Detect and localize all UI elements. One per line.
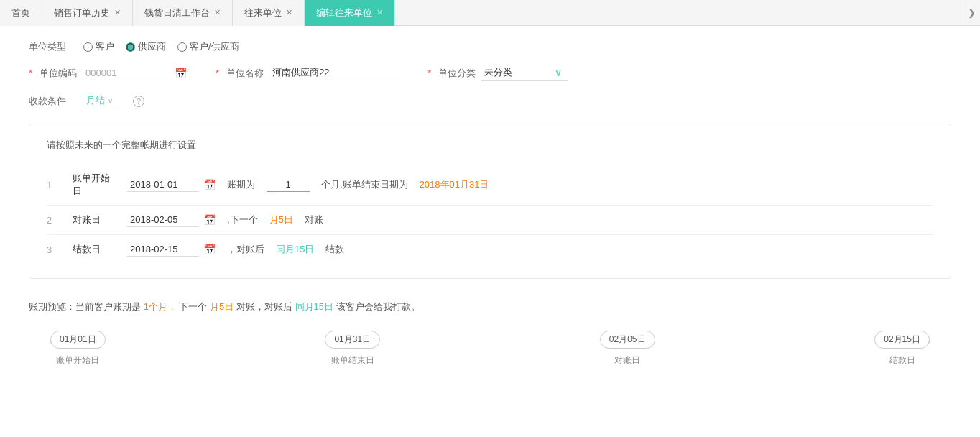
timeline-item-3: 02月05日 对账日 [600, 331, 655, 367]
timeline-date-4: 02月15日 [874, 331, 930, 349]
tab-partner[interactable]: 往来单位 ✕ [233, 0, 305, 26]
row-field-1: 账单开始日 [73, 172, 116, 198]
start-date-input[interactable] [127, 178, 199, 192]
row-2-highlight: 月5日 [269, 213, 293, 226]
payment-help-icon[interactable]: ? [133, 96, 144, 107]
row-1-desc-prefix: 账期为 [227, 178, 255, 191]
timeline-label-2: 账单结束日 [331, 354, 374, 367]
row-num-3: 3 [47, 244, 61, 255]
name-required-star: * [216, 68, 219, 78]
tab-sales-history-close[interactable]: ✕ [114, 8, 121, 17]
preview-payment-highlight: 同月15日 [295, 301, 333, 312]
tab-bar: 首页 销售订单历史 ✕ 钱货日清工作台 ✕ 往来单位 ✕ 编辑往来单位 ✕ ❯ [0, 0, 980, 26]
row-2-suffix: 对账 [305, 213, 323, 226]
tab-partner-close[interactable]: ✕ [286, 8, 292, 17]
code-name-class-row: * 单位编码 📅 * 单位名称 * 单位分类 未分类 ∨ [29, 65, 951, 81]
preview-reconcile-highlight: 月5日 [210, 301, 234, 312]
tab-edit-partner-close[interactable]: ✕ [376, 8, 383, 17]
start-date-calendar-icon[interactable]: 📅 [203, 179, 216, 190]
row-3-highlight: 同月15日 [276, 243, 314, 256]
tab-sales-history-label: 销售订单历史 [54, 6, 110, 19]
setting-row-3: 3 结款日 📅 ，对账后 同月15日 结款 [47, 235, 933, 264]
radio-customer-label: 客户 [96, 40, 114, 53]
preview-text: 账期预览：当前客户账期是 1个月， 下一个 月5日 对账，对账后 同月15日 该… [29, 300, 951, 313]
row-3-desc-prefix: ，对账后 [227, 243, 264, 256]
radio-customer-input[interactable] [83, 42, 93, 52]
radio-both-input[interactable] [177, 42, 187, 52]
timeline-label-3: 对账日 [614, 354, 640, 367]
setting-row-1: 1 账单开始日 📅 账期为 个月,账单结束日期为 2018年01月31日 [47, 165, 933, 206]
row-num-2: 2 [47, 215, 61, 226]
tab-home[interactable]: 首页 [0, 0, 42, 26]
tab-cash-work-close[interactable]: ✕ [214, 8, 221, 17]
payment-date-calendar-icon[interactable]: 📅 [203, 244, 216, 255]
class-required-star: * [427, 68, 431, 78]
code-input[interactable] [83, 66, 169, 80]
class-chevron-icon: ∨ [555, 67, 562, 78]
preview-reconcile-suffix: 对账，对账后 [236, 301, 292, 312]
timeline-container: 01月01日 账单开始日 01月31日 账单结束日 02月05日 对账日 02月… [29, 331, 951, 395]
payment-select-value: 月结 [86, 94, 105, 107]
timeline-items: 01月01日 账单开始日 01月31日 账单结束日 02月05日 对账日 02月… [50, 331, 930, 367]
row-field-3: 结款日 [73, 243, 116, 256]
tab-cash-work-label: 钱货日清工作台 [144, 6, 210, 19]
tab-edit-partner-label: 编辑往来单位 [316, 6, 372, 19]
payment-label: 收款条件 [29, 95, 66, 108]
row-num-1: 1 [47, 180, 61, 190]
radio-both-label: 客户/供应商 [190, 40, 239, 53]
row-2-desc-prefix: ,下一个 [227, 213, 258, 226]
radio-both[interactable]: 客户/供应商 [177, 40, 239, 53]
payment-date-input[interactable] [127, 242, 199, 257]
tab-cash-work[interactable]: 钱货日清工作台 ✕ [133, 0, 233, 26]
period-input[interactable] [267, 178, 310, 192]
payment-row: 收款条件 月结 ∨ ? [29, 93, 951, 109]
preview-reconcile-prefix: 下一个 [179, 301, 207, 312]
timeline-item-2: 01月31日 账单结束日 [325, 331, 380, 367]
date-input-wrap-2: 📅 [127, 213, 216, 227]
timeline-label-1: 账单开始日 [56, 354, 99, 367]
class-select[interactable]: 未分类 ∨ [481, 65, 568, 81]
card-hint: 请按照未来的一个完整帐期进行设置 [47, 139, 933, 152]
timeline-date-1: 01月01日 [50, 331, 106, 349]
radio-supplier-input[interactable] [126, 42, 135, 52]
timeline-label-4: 结款日 [889, 354, 915, 367]
timeline-item-4: 02月15日 结款日 [874, 331, 930, 367]
setting-row-2: 2 对账日 📅 ,下一个 月5日 对账 [47, 206, 933, 235]
timeline-item-1: 01月01日 账单开始日 [50, 331, 106, 367]
code-required-star: * [29, 68, 32, 78]
radio-supplier[interactable]: 供应商 [126, 40, 166, 53]
class-label: 单位分类 [438, 67, 476, 80]
radio-customer[interactable]: 客户 [83, 40, 114, 53]
tab-edit-partner[interactable]: 编辑往来单位 ✕ [305, 0, 395, 26]
date-input-wrap-3: 📅 [127, 242, 216, 257]
date-input-wrap-1: 📅 [127, 178, 216, 192]
row-1-desc-suffix1: 个月,账单结束日期为 [321, 178, 408, 191]
code-calendar-icon[interactable]: 📅 [175, 68, 187, 79]
unit-type-label: 单位类型 [29, 40, 66, 53]
settings-card: 请按照未来的一个完整帐期进行设置 1 账单开始日 📅 账期为 个月,账单结束日期… [29, 124, 951, 279]
payment-chevron-icon: ∨ [108, 97, 113, 105]
payment-select[interactable]: 月结 ∨ [83, 93, 116, 109]
tab-more-button[interactable]: ❯ [963, 0, 980, 26]
radio-supplier-label: 供应商 [138, 40, 166, 53]
reconcile-date-input[interactable] [127, 213, 199, 227]
code-group: * 单位编码 📅 [29, 66, 187, 80]
class-select-value: 未分类 [484, 66, 549, 79]
tab-home-label: 首页 [11, 6, 30, 19]
name-group: * 单位名称 [216, 66, 399, 80]
unit-type-row: 单位类型 客户 供应商 客户/供应商 [29, 40, 951, 53]
name-label: 单位名称 [226, 67, 264, 80]
unit-type-radio-group: 客户 供应商 客户/供应商 [83, 40, 239, 53]
name-input[interactable] [269, 66, 399, 80]
tab-partner-label: 往来单位 [244, 6, 282, 19]
timeline-date-2: 01月31日 [325, 331, 380, 349]
main-content: 单位类型 客户 供应商 客户/供应商 * 单位编码 📅 * [0, 26, 980, 437]
tab-sales-history[interactable]: 销售订单历史 ✕ [42, 0, 133, 26]
preview-section: 账期预览：当前客户账期是 1个月， 下一个 月5日 对账，对账后 同月15日 该… [29, 290, 951, 395]
preview-label: 账期预览：当前客户账期是 [29, 301, 141, 312]
row-field-2: 对账日 [73, 213, 116, 226]
preview-period: 1个月， [144, 301, 177, 312]
class-group: * 单位分类 未分类 ∨ [427, 65, 568, 81]
row-1-end-date: 2018年01月31日 [420, 178, 489, 191]
reconcile-date-calendar-icon[interactable]: 📅 [203, 214, 216, 226]
